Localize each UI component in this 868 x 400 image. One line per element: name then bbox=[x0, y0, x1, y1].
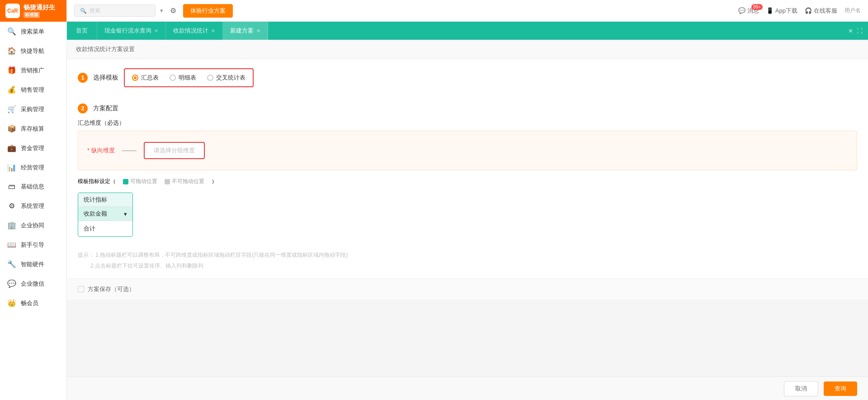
corp-icon: 🏢 bbox=[7, 221, 16, 230]
hint2-text: 2.点击标题栏下拉可设置排序、插入列和删除列 bbox=[90, 263, 203, 269]
metrics-label: 模板指标设定（ bbox=[78, 178, 116, 185]
radio-detail-dot bbox=[170, 75, 176, 81]
sidebar-item-corp[interactable]: 🏢 企业协同 bbox=[0, 216, 66, 235]
radio-summary-label: 汇总表 bbox=[141, 74, 159, 82]
drag-dot bbox=[123, 179, 128, 184]
nodrag-toggle: 不可拖动位置 bbox=[165, 178, 204, 185]
page-title: 收款情况统计方案设置 bbox=[67, 40, 868, 59]
step1-num: 1 bbox=[78, 73, 88, 83]
metrics-close-paren: ） bbox=[212, 178, 217, 185]
topbar-right: 💬 消息 99+ 📱 App下载 🎧 在线客服 用户名 bbox=[738, 7, 861, 15]
sidebar-item-label: 基础信息 bbox=[21, 183, 44, 191]
radio-cross-dot bbox=[207, 75, 213, 81]
search-placeholder: 搜索 bbox=[90, 7, 100, 14]
main-area: 🔍 搜索 ▾ ⚙ 体验行业方案 💬 消息 99+ 📱 App下载 🎧 在线客服 … bbox=[67, 0, 868, 400]
metrics-section: 模板指标设定（ 可拖动位置 不可拖动位置 ） bbox=[78, 178, 857, 237]
dimension-title: 汇总维度（必选） bbox=[78, 119, 857, 127]
system-icon: ⚙ bbox=[7, 202, 16, 210]
sidebar-item-purchase[interactable]: 🛒 采购管理 bbox=[0, 99, 66, 119]
tab-receipt-stats[interactable]: 收款情况统计 ✕ bbox=[166, 22, 223, 40]
step1-label: 选择模板 bbox=[93, 74, 118, 82]
step1-section: 1 选择模板 汇总表 明细表 交叉统计表 bbox=[67, 59, 868, 104]
sidebar-item-member[interactable]: 👑 畅会员 bbox=[0, 293, 66, 313]
search-icon: 🔍 bbox=[80, 8, 87, 14]
window-close-icon[interactable]: ✕ bbox=[848, 28, 853, 34]
sidebar-item-weixin[interactable]: 💬 企业微信 bbox=[0, 274, 66, 293]
home-icon: 🏠 bbox=[7, 47, 16, 55]
step1-header: 1 选择模板 汇总表 明细表 交叉统计表 bbox=[78, 68, 857, 87]
tabbar: 首页 现金银行流水查询 ✕ 收款情况统计 ✕ 新建方案 ✕ ✕ ⛶ bbox=[67, 22, 868, 40]
sidebar-item-quick-nav[interactable]: 🏠 快捷导航 bbox=[0, 41, 66, 61]
hint2: 2.点击标题栏下拉可设置排序、插入列和删除列 bbox=[78, 260, 857, 271]
sidebar-item-basic[interactable]: 🗃 基础信息 bbox=[0, 177, 66, 196]
stats-header[interactable]: 统计指标 bbox=[78, 193, 132, 207]
col-header-label: 收款金额 bbox=[84, 210, 107, 218]
sidebar-item-sales[interactable]: 💰 销售管理 bbox=[0, 80, 66, 99]
sidebar-item-label: 新手引导 bbox=[21, 241, 44, 249]
tab-new-plan-label: 新建方案 bbox=[230, 27, 254, 35]
logo-icon: CaR bbox=[5, 4, 20, 18]
tab-bank-flow-close-icon[interactable]: ✕ bbox=[154, 28, 158, 34]
sidebar-item-label: 企业微信 bbox=[21, 280, 44, 288]
sidebar-item-search-menu[interactable]: 🔍 搜索菜单 bbox=[0, 22, 66, 41]
sidebar-item-operation[interactable]: 📊 经营管理 bbox=[0, 158, 66, 177]
radio-cross[interactable]: 交叉统计表 bbox=[207, 74, 245, 82]
dropdown-arrow-icon[interactable]: ▾ bbox=[160, 7, 163, 14]
step2-header: 2 方案配置 bbox=[78, 104, 857, 113]
sidebar-item-system[interactable]: ⚙ 系统管理 bbox=[0, 196, 66, 216]
inventory-icon: 📦 bbox=[7, 124, 16, 133]
member-icon: 👑 bbox=[7, 299, 16, 307]
sidebar-item-hardware[interactable]: 🔧 智能硬件 bbox=[0, 254, 66, 274]
trial-btn[interactable]: 体验行业方案 bbox=[183, 4, 233, 18]
app-download-btn[interactable]: 📱 App下载 bbox=[766, 7, 797, 15]
tab-home[interactable]: 首页 bbox=[67, 22, 97, 40]
sales-icon: 💰 bbox=[7, 85, 16, 94]
radio-summary-dot bbox=[132, 75, 138, 81]
template-radio-group: 汇总表 明细表 交叉统计表 bbox=[124, 68, 254, 87]
stats-col-header[interactable]: 收款金额 ▾ bbox=[78, 207, 132, 221]
message-icon: 💬 bbox=[738, 7, 745, 14]
save-label: 方案保存（可选） bbox=[88, 285, 135, 293]
dimension-arrow-icon: —— bbox=[122, 146, 137, 155]
footer: 取消 查询 bbox=[67, 376, 868, 400]
query-button[interactable]: 查询 bbox=[824, 381, 857, 396]
tab-new-plan-close-icon[interactable]: ✕ bbox=[256, 28, 260, 34]
radio-detail[interactable]: 明细表 bbox=[170, 74, 196, 82]
guide-icon: 📖 bbox=[7, 240, 16, 249]
dimension-area: * 纵向维度 —— 请选择分组维度 bbox=[78, 131, 857, 170]
online-service-btn[interactable]: 🎧 在线客服 bbox=[805, 7, 837, 15]
sidebar-item-finance[interactable]: 💼 资金管理 bbox=[0, 138, 66, 158]
hardware-icon: 🔧 bbox=[7, 260, 16, 268]
nodrag-dot bbox=[165, 179, 170, 184]
radio-summary[interactable]: 汇总表 bbox=[132, 74, 159, 82]
sidebar-item-inventory[interactable]: 📦 库存核算 bbox=[0, 119, 66, 138]
search-box[interactable]: 🔍 搜索 bbox=[74, 5, 156, 17]
tab-bank-flow[interactable]: 现金银行流水查询 ✕ bbox=[97, 22, 166, 40]
content-inner: 收款情况统计方案设置 1 选择模板 汇总表 明细表 bbox=[67, 40, 868, 300]
gear-button[interactable]: ⚙ bbox=[167, 5, 179, 17]
stats-col-label: 统计指标 bbox=[84, 196, 107, 204]
save-checkbox[interactable] bbox=[78, 286, 84, 292]
tab-receipt-stats-close-icon[interactable]: ✕ bbox=[211, 28, 215, 34]
message-btn[interactable]: 💬 消息 99+ bbox=[738, 7, 759, 15]
step2-num: 2 bbox=[78, 104, 88, 113]
sidebar-item-label: 智能硬件 bbox=[21, 260, 44, 268]
hints-section: 提示： 1.拖动标题栏可以调整布局，不可跨维度或指标区域拖动栏目字段(只能在同一… bbox=[67, 246, 868, 278]
logo-text: 畅捷通好生 标准版 bbox=[24, 4, 55, 19]
sidebar-item-label: 资金管理 bbox=[21, 144, 44, 152]
stats-total-cell: 合计 bbox=[78, 221, 132, 236]
sidebar-item-marketing[interactable]: 🎁 营销推广 bbox=[0, 61, 66, 80]
logo-tag: 标准版 bbox=[24, 12, 40, 18]
weixin-icon: 💬 bbox=[7, 279, 16, 288]
window-maximize-icon[interactable]: ⛶ bbox=[857, 28, 863, 34]
sidebar-item-label: 采购管理 bbox=[21, 105, 44, 113]
step2-section: 2 方案配置 汇总维度（必选） * 纵向维度 —— 请选择分组维度 模板指标设定… bbox=[67, 104, 868, 246]
tab-new-plan[interactable]: 新建方案 ✕ bbox=[223, 22, 268, 40]
sidebar-item-label: 营销推广 bbox=[21, 66, 44, 75]
service-icon: 🎧 bbox=[805, 7, 812, 14]
finance-icon: 💼 bbox=[7, 144, 16, 152]
stats-body: 收款金额 ▾ 合计 bbox=[78, 207, 132, 236]
dimension-selector[interactable]: 请选择分组维度 bbox=[144, 142, 205, 159]
sidebar-item-guide[interactable]: 📖 新手引导 bbox=[0, 235, 66, 254]
cancel-button[interactable]: 取消 bbox=[784, 381, 818, 396]
